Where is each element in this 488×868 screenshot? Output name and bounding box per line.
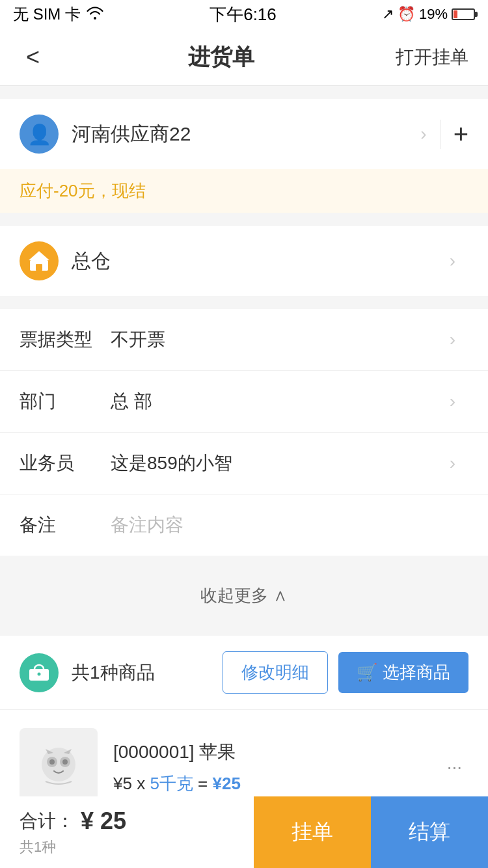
collapse-button[interactable]: 收起更多 ∧ <box>0 569 488 623</box>
form-section: 票据类型 不开票 › 部门 总 部 › 业务员 这是859的小智 › 备注 备注… <box>0 309 488 556</box>
price-value: ¥5 <box>113 774 132 793</box>
battery-icon <box>452 8 475 20</box>
svg-point-8 <box>49 759 55 765</box>
notice-bar: 应付-20元，现结 <box>0 169 488 213</box>
alarm-icon: ⏰ <box>398 6 415 23</box>
product-header: 共1种商品 修改明细 🛒 选择商品 <box>0 636 488 710</box>
chevron-right-icon: › <box>450 251 455 271</box>
total-value: ¥25 <box>213 774 241 793</box>
remark-label: 备注 <box>20 513 111 537</box>
remark-input[interactable]: 备注内容 <box>111 513 468 537</box>
back-button[interactable]: < <box>20 37 46 77</box>
qty-value: 5千克 <box>150 774 193 793</box>
svg-rect-2 <box>36 264 42 271</box>
warehouse-name: 总仓 <box>72 248 450 275</box>
location-icon: ↗ <box>382 6 394 23</box>
invoice-label: 票据类型 <box>20 327 111 352</box>
warehouse-icon <box>20 241 59 280</box>
hang-order-button[interactable]: 挂单 <box>254 796 371 868</box>
bottom-bar: 合计： ¥ 25 共1种 挂单 结算 <box>0 796 488 868</box>
sales-label: 业务员 <box>20 451 111 476</box>
svg-point-4 <box>38 672 41 675</box>
dept-row[interactable]: 部门 总 部 › <box>0 371 488 433</box>
status-bar: 无 SIM 卡 下午6:16 ↗ ⏰ 19% <box>0 0 488 29</box>
product-name: [0000001] 苹果 <box>113 740 441 765</box>
person-icon: 👤 <box>27 123 51 146</box>
supplier-row[interactable]: 👤 河南供应商22 › + <box>0 99 488 169</box>
collapse-label: 收起更多 ∧ <box>200 586 287 605</box>
carrier-label: 无 SIM 卡 <box>13 4 81 25</box>
product-info: [0000001] 苹果 ¥5 x 5千克 = ¥25 <box>113 740 441 795</box>
total-section: 合计： ¥ 25 共1种 <box>0 796 254 868</box>
dept-value: 总 部 <box>111 389 450 414</box>
product-icon <box>20 653 59 692</box>
remark-row[interactable]: 备注 备注内容 <box>0 495 488 556</box>
warehouse-section: 总仓 › <box>0 226 488 296</box>
invoice-value: 不开票 <box>111 327 450 352</box>
select-product-label: 选择商品 <box>383 661 450 684</box>
more-button[interactable]: ··· <box>441 750 468 784</box>
svg-marker-1 <box>29 251 49 260</box>
total-label: 合计： <box>20 809 74 834</box>
product-price: ¥5 x 5千克 = ¥25 <box>113 772 441 795</box>
product-title: 苹果 <box>199 742 236 762</box>
svg-point-5 <box>42 748 75 781</box>
product-thumb-owl <box>33 741 85 793</box>
nav-bar: < 进货单 打开挂单 <box>0 29 488 86</box>
invoice-row[interactable]: 票据类型 不开票 › <box>0 309 488 371</box>
product-code: [0000001] <box>113 742 195 762</box>
open-pending-button[interactable]: 打开挂单 <box>396 45 468 70</box>
equals-sign: = <box>198 774 212 793</box>
dept-label: 部门 <box>20 389 111 414</box>
status-bar-right: ↗ ⏰ 19% <box>382 6 475 23</box>
supplier-section: 👤 河南供应商22 › + 应付-20元，现结 <box>0 99 488 213</box>
status-bar-left: 无 SIM 卡 <box>13 4 104 25</box>
page-title: 进货单 <box>188 42 254 72</box>
warehouse-row[interactable]: 总仓 › <box>0 226 488 296</box>
chevron-right-icon: › <box>450 453 455 474</box>
multiply-sign: x <box>137 774 150 793</box>
total-count: 共1种 <box>20 837 234 857</box>
notice-text: 应付-20元，现结 <box>20 181 146 200</box>
status-bar-time: 下午6:16 <box>210 3 277 26</box>
total-amount: ¥ 25 <box>81 807 126 835</box>
battery-percent: 19% <box>419 6 448 23</box>
chevron-right-icon: › <box>450 391 455 412</box>
svg-point-9 <box>62 759 68 765</box>
add-supplier-button[interactable]: + <box>440 120 468 149</box>
modify-detail-button[interactable]: 修改明细 <box>223 651 328 694</box>
checkout-button[interactable]: 结算 <box>371 796 488 868</box>
select-product-button[interactable]: 🛒 选择商品 <box>338 652 468 693</box>
supplier-name: 河南供应商22 <box>72 121 420 148</box>
chevron-right-icon: › <box>450 329 455 350</box>
sales-value: 这是859的小智 <box>111 451 450 476</box>
sales-row[interactable]: 业务员 这是859的小智 › <box>0 433 488 495</box>
chevron-right-icon: › <box>420 124 426 144</box>
top-divider <box>0 86 488 99</box>
cart-icon: 🛒 <box>357 662 377 683</box>
supplier-avatar: 👤 <box>20 115 59 154</box>
total-line1: 合计： ¥ 25 <box>20 807 234 835</box>
product-thumbnail <box>20 728 98 806</box>
wifi-icon <box>86 5 104 23</box>
product-count: 共1种商品 <box>72 660 223 685</box>
